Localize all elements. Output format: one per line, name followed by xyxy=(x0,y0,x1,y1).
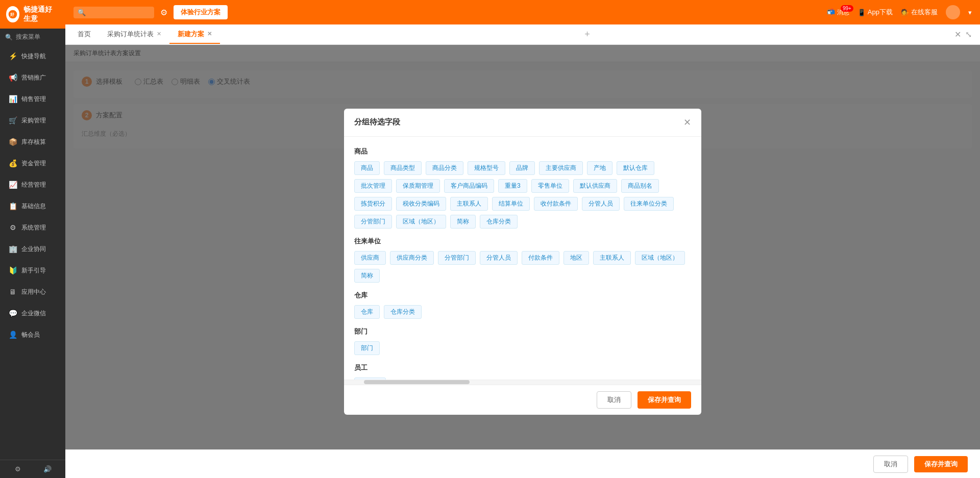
field-tag[interactable]: 商品 xyxy=(354,161,380,175)
sidebar-item-system[interactable]: ⚙ 系统管理 xyxy=(3,218,62,237)
field-tag[interactable]: 主联系人 xyxy=(450,197,488,211)
field-tag[interactable]: 零售单位 xyxy=(531,179,569,193)
modal-close-button[interactable]: ✕ xyxy=(683,117,691,128)
modal-horizontal-scrollbar[interactable] xyxy=(344,380,701,384)
field-tag[interactable]: 付款条件 xyxy=(522,251,559,265)
tab-add-btn[interactable]: + xyxy=(580,27,594,42)
header-search-wrap: 🔍 xyxy=(74,7,154,18)
field-tag[interactable]: 分管部门 xyxy=(438,251,476,265)
sidebar-item-app-center[interactable]: 🖥 应用中心 xyxy=(3,282,62,301)
section-title-goods: 商品 xyxy=(354,147,691,156)
field-tag[interactable]: 收付款条件 xyxy=(534,197,578,211)
field-tag[interactable]: 部门 xyxy=(354,341,380,355)
corp-icon: 🏢 xyxy=(8,244,17,254)
sidebar-search[interactable]: 🔍 搜索菜单 xyxy=(0,29,65,45)
app-download-btn[interactable]: 📱 App下载 xyxy=(857,8,893,17)
modal-cancel-button[interactable]: 取消 xyxy=(597,391,631,409)
tab-purchase-stat[interactable]: 采购订单统计表 ✕ xyxy=(99,26,169,44)
field-tag[interactable]: 分管人员 xyxy=(582,197,620,211)
purchase-icon: 🛒 xyxy=(8,116,17,125)
sidebar-item-guide[interactable]: 🔰 新手引导 xyxy=(3,261,62,280)
field-tag[interactable]: 商品分类 xyxy=(426,161,463,175)
header-search-input[interactable] xyxy=(89,9,150,16)
field-tag[interactable]: 简称 xyxy=(450,215,476,229)
sidebar-settings-btn[interactable]: ⚙ xyxy=(5,465,31,473)
tab-home[interactable]: 首页 xyxy=(69,26,99,44)
sidebar-sound-btn[interactable]: 🔊 xyxy=(35,465,60,473)
sidebar-item-marketing[interactable]: 📢 营销推广 xyxy=(3,68,62,87)
field-tag[interactable]: 重量3 xyxy=(498,179,527,193)
tab-expand-icon[interactable]: ⤡ xyxy=(965,30,972,39)
field-tag[interactable]: 分管部门 xyxy=(354,215,392,229)
sidebar-item-quick-nav[interactable]: ⚡ 快捷导航 xyxy=(3,46,62,66)
field-tag[interactable]: 默认仓库 xyxy=(617,161,654,175)
sidebar-item-base[interactable]: 📋 基础信息 xyxy=(3,196,62,216)
section-partner-fields: 供应商 供应商分类 分管部门 分管人员 付款条件 地区 主联系人 区域（地区） … xyxy=(354,251,691,283)
sidebar-item-wechat[interactable]: 💬 企业微信 xyxy=(3,304,62,323)
header-right: 📬 消息 99+ 📱 App下载 💁 在线客服 ▾ xyxy=(827,5,972,19)
field-tag[interactable]: 往来单位分类 xyxy=(624,197,674,211)
main-content: 采购订单统计表方案设置 1 选择模板 汇总表 明细表 交叉统计表 2 方案配置 … xyxy=(65,45,980,478)
sidebar-item-purchase[interactable]: 🛒 采购管理 xyxy=(3,111,62,130)
user-avatar[interactable] xyxy=(946,5,960,19)
field-tag[interactable]: 仓库分类 xyxy=(384,305,422,319)
field-tag[interactable]: 供应商分类 xyxy=(390,251,434,265)
tab-purchase-stat-close[interactable]: ✕ xyxy=(157,31,161,37)
tab-purchase-stat-label: 采购订单统计表 xyxy=(107,30,154,39)
field-tag[interactable]: 品牌 xyxy=(509,161,535,175)
field-tag[interactable]: 主要供应商 xyxy=(539,161,583,175)
header-message-badge[interactable]: 📬 消息 99+ xyxy=(827,8,849,17)
modal-title: 分组待选字段 xyxy=(354,117,400,127)
sidebar-item-inventory[interactable]: 📦 库存核算 xyxy=(3,132,62,152)
header-exp-button[interactable]: 体验行业方案 xyxy=(174,5,228,19)
tab-new-scheme-label: 新建方案 xyxy=(178,30,204,39)
sidebar-item-corp[interactable]: 🏢 企业协同 xyxy=(3,239,62,259)
field-tag[interactable]: 结算单位 xyxy=(492,197,530,211)
field-tag[interactable]: 区域（地区） xyxy=(396,215,446,229)
field-tag[interactable]: 区域（地区） xyxy=(635,251,685,265)
field-tag[interactable]: 仓库分类 xyxy=(480,215,518,229)
sidebar-item-member[interactable]: 👤 畅会员 xyxy=(3,325,62,344)
sidebar-item-finance[interactable]: 💰 资金管理 xyxy=(3,154,62,173)
online-service-btn[interactable]: 💁 在线客服 xyxy=(901,8,938,17)
tab-new-scheme-close[interactable]: ✕ xyxy=(207,31,212,37)
section-title-dept: 部门 xyxy=(354,327,691,336)
sidebar-item-label: 畅会员 xyxy=(21,331,40,339)
field-tag[interactable]: 主联系人 xyxy=(593,251,631,265)
sidebar-item-label: 资金管理 xyxy=(21,159,46,168)
field-tag[interactable]: 默认供应商 xyxy=(573,179,617,193)
bottom-save-button[interactable]: 保存并查询 xyxy=(914,456,968,472)
user-menu-icon[interactable]: ▾ xyxy=(968,9,972,16)
modal-confirm-button[interactable]: 保存并查询 xyxy=(638,391,691,409)
tab-minimize-icon[interactable]: ✕ xyxy=(954,30,961,39)
field-tag[interactable]: 保质期管理 xyxy=(396,179,440,193)
sidebar-item-sales[interactable]: 📊 销售管理 xyxy=(3,89,62,109)
field-tag[interactable]: 地区 xyxy=(564,251,589,265)
field-tag[interactable]: 规格型号 xyxy=(468,161,505,175)
field-tag[interactable]: 供应商 xyxy=(354,251,386,265)
logo-text: 畅捷通好生意 xyxy=(23,5,59,23)
field-tag[interactable]: 产地 xyxy=(587,161,612,175)
section-dept-fields: 部门 xyxy=(354,341,691,355)
quick-nav-icon: ⚡ xyxy=(8,52,17,61)
field-tag[interactable]: 商品别名 xyxy=(621,179,659,193)
field-tag[interactable]: 商品类型 xyxy=(384,161,422,175)
field-tag[interactable]: 批次管理 xyxy=(354,179,392,193)
sidebar-item-operations[interactable]: 📈 经营管理 xyxy=(3,175,62,194)
header-setting-icon[interactable]: ⚙ xyxy=(160,8,167,17)
section-title-partner: 往来单位 xyxy=(354,237,691,246)
field-tag[interactable]: 税收分类编码 xyxy=(396,197,446,211)
modal-header: 分组待选字段 ✕ xyxy=(344,109,701,137)
header: 🔍 ⚙ 体验行业方案 📬 消息 99+ 📱 App下载 💁 在线客服 ▾ xyxy=(65,0,980,24)
tab-new-scheme[interactable]: 新建方案 ✕ xyxy=(169,26,220,44)
sidebar-item-label: 快捷导航 xyxy=(21,52,46,61)
field-tag[interactable]: 客户商品编码 xyxy=(444,179,494,193)
field-tag[interactable]: 分管人员 xyxy=(480,251,518,265)
bottom-cancel-button[interactable]: 取消 xyxy=(873,456,908,473)
field-tag[interactable]: 简称 xyxy=(354,269,380,283)
modal-hscroll-thumb[interactable] xyxy=(364,380,470,384)
field-tag[interactable]: 仓库 xyxy=(354,305,380,319)
field-tag[interactable]: 拣货积分 xyxy=(354,197,392,211)
modal-body[interactable]: 商品 商品 商品类型 商品分类 规格型号 品牌 主要供应商 产地 默认仓库 批次… xyxy=(344,137,701,380)
sidebar-item-label: 系统管理 xyxy=(21,223,46,232)
